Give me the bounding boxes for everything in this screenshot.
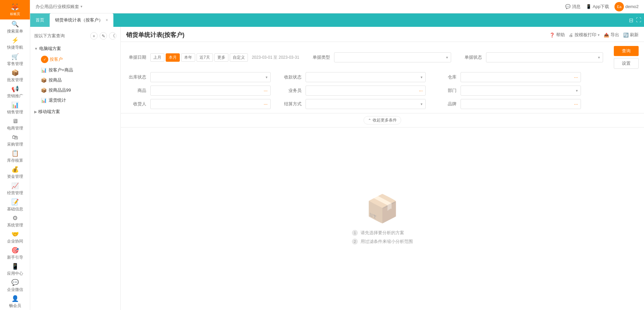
help-button[interactable]: ❓ 帮助: [549, 32, 565, 38]
tab-minimize-icon[interactable]: ⊟: [629, 17, 633, 23]
sidebar-item-newbie[interactable]: 🎯 新手引导: [0, 246, 30, 262]
settings-button[interactable]: 设置: [614, 58, 639, 69]
sidebar-item-operations[interactable]: 📈 经营管理: [0, 181, 30, 197]
receipt-status-select[interactable]: ▾: [306, 72, 426, 82]
scheme-return-stats-label: 退货统计: [49, 97, 66, 103]
logo-text: 标账页: [10, 12, 20, 16]
tab-expand-icon[interactable]: ⛶: [636, 17, 641, 23]
salesperson-label: 业务员: [281, 88, 302, 94]
scheme-by-product[interactable]: 📦 按商品: [30, 75, 120, 85]
date-btn-last-month[interactable]: 上月: [150, 53, 164, 62]
refresh-button[interactable]: 🔄 刷新: [623, 32, 639, 38]
sidebar-item-basics[interactable]: 📝 基础信息: [0, 197, 30, 213]
payment-select[interactable]: ▾: [306, 99, 426, 109]
out-status-select[interactable]: ▾: [150, 72, 271, 82]
order-status-chevron: ▾: [598, 55, 600, 60]
mobile-expand-icon: ▶: [34, 110, 37, 114]
sidebar-item-quicknav[interactable]: ⚡ 快捷导航: [0, 36, 30, 52]
export-button[interactable]: 📤 导出: [604, 32, 619, 38]
empty-state: 📦 1 请先选择要分析的方案 2 用过滤条件来缩小分析范围: [121, 127, 644, 310]
department-select[interactable]: ▾: [461, 86, 581, 96]
app-download-button[interactable]: 📱 App下载: [586, 4, 609, 10]
message-icon: 💬: [565, 4, 571, 9]
sidebar-item-purchase[interactable]: 🛍 采购管理: [0, 133, 30, 149]
brand-input[interactable]: ···: [461, 99, 581, 109]
user-profile[interactable]: Ea demo2: [614, 2, 639, 11]
out-status-label: 出库状态: [126, 74, 146, 80]
quicknav-icon: ⚡: [11, 37, 19, 44]
mobile-group-header[interactable]: ▶ 移动端方案: [30, 107, 120, 117]
order-type-select[interactable]: ▾: [334, 52, 451, 62]
sidebar-item-enterprise[interactable]: 🤝 企业协同: [0, 229, 30, 245]
tab-home-label: 首页: [36, 17, 44, 23]
collapse-panel-button[interactable]: 《: [109, 32, 116, 40]
mobile-group-label: 移动端方案: [38, 109, 60, 115]
main-area: 办公用品行业模拟账套 ▾ 💬 消息 📱 App下载 Ea demo2 首页 销货…: [30, 0, 644, 310]
receiver-dots[interactable]: ···: [264, 101, 268, 107]
logo-icon: 🦊: [11, 3, 19, 11]
top-header: 办公用品行业模拟账套 ▾ 💬 消息 📱 App下载 Ea demo2: [30, 0, 644, 13]
sidebar-item-finance[interactable]: 💰 资金管理: [0, 165, 30, 181]
department-label: 部门: [436, 88, 457, 94]
empty-tip-2: 2 用过滤条件来缩小分析范围: [352, 239, 413, 245]
order-type-label: 单据类型: [310, 54, 330, 60]
marketing-icon: 📢: [11, 85, 19, 93]
edit-scheme-button[interactable]: ✎: [100, 32, 107, 40]
scheme-return-stats[interactable]: 📊 退货统计: [30, 95, 120, 105]
panel-actions: + ✎ 《: [90, 32, 116, 40]
wechat-icon: 💬: [11, 279, 19, 286]
salesperson-input[interactable]: ···: [306, 86, 426, 96]
sidebar-item-wechat[interactable]: 💬 企业微信: [0, 278, 30, 294]
right-panel: 销货单统计表(按客户) ❓ 帮助 🖨 按模板打印 ▾ 📤 导出: [121, 27, 644, 310]
sidebar-item-system[interactable]: ⚙ 系统管理: [0, 213, 30, 229]
tab-home[interactable]: 首页: [30, 13, 50, 27]
sidebar-item-marketing[interactable]: 📢 营销推广: [0, 84, 30, 100]
order-status-select[interactable]: ▾: [486, 52, 603, 62]
query-button[interactable]: 查询: [614, 46, 639, 56]
header-title-dropdown[interactable]: 办公用品行业模拟账套 ▾: [36, 4, 83, 10]
product-label: 商品: [126, 88, 146, 94]
tab-active[interactable]: 销货单统计表（按客户） ×: [50, 13, 113, 27]
receiver-input[interactable]: ···: [150, 99, 271, 109]
receiver-label: 收货人: [126, 101, 146, 107]
sidebar-item-search[interactable]: 🔍 搜索菜单: [0, 19, 30, 36]
scheme-by-customer[interactable]: ✓ 按客户: [30, 54, 120, 65]
collapse-label: 收起更多条件: [373, 117, 397, 123]
scheme-by-customer-product[interactable]: 📊 按客户+商品: [30, 65, 120, 75]
sidebar-item-ecommerce[interactable]: 🖥 电商管理: [0, 116, 30, 133]
date-btn-custom[interactable]: 自定义: [230, 53, 248, 62]
help-label: 帮助: [556, 32, 565, 38]
brand-dots[interactable]: ···: [574, 101, 578, 107]
date-btn-more[interactable]: 更多: [214, 53, 228, 62]
print-button[interactable]: 🖨 按模板打印 ▾: [569, 32, 600, 38]
messages-label: 消息: [572, 4, 581, 10]
ecommerce-icon: 🖥: [12, 118, 18, 125]
salesperson-dots[interactable]: ···: [419, 88, 423, 93]
messages-button[interactable]: 💬 消息: [565, 4, 581, 10]
date-btn-this-month[interactable]: 本月: [166, 53, 180, 62]
collapse-more-button[interactable]: ⌃ 收起更多条件: [364, 116, 401, 124]
scheme-by-product-99[interactable]: 📦 按商品品99: [30, 85, 120, 95]
print-dropdown-icon: ▾: [598, 33, 600, 37]
operations-icon: 📈: [11, 182, 19, 190]
warehouse-dots[interactable]: ···: [574, 74, 578, 80]
sidebar-item-wholesale[interactable]: 📦 批发管理: [0, 68, 30, 84]
sidebar-logo[interactable]: 🦊 标账页: [0, 0, 30, 19]
product-input[interactable]: ···: [150, 86, 271, 96]
payment-label: 结算方式: [281, 101, 302, 107]
product-dots[interactable]: ···: [264, 88, 268, 93]
sidebar-item-sales[interactable]: 📊 销售管理: [0, 100, 30, 116]
add-scheme-button[interactable]: +: [90, 32, 98, 40]
date-btn-7days[interactable]: 近7天: [197, 53, 213, 62]
warehouse-input[interactable]: ···: [461, 72, 581, 82]
sidebar-item-appcenter[interactable]: 📱 应用中心: [0, 262, 30, 278]
desktop-group-header[interactable]: ▼ 电脑端方案: [30, 44, 120, 54]
sidebar-item-retail[interactable]: 🛒 零售管理: [0, 52, 30, 68]
sidebar-item-member[interactable]: 👤 畅会员: [0, 294, 30, 310]
tree-expand-icon: ▼: [34, 47, 38, 51]
sidebar-item-inventory[interactable]: 📋 库存核算: [0, 149, 30, 165]
date-btn-this-year[interactable]: 本年: [181, 53, 195, 62]
tab-close-icon[interactable]: ×: [106, 18, 108, 22]
tip-text-1: 请先选择要分析的方案: [361, 230, 404, 236]
filter-row-3: 商品 ··· 业务员 ··· 部门 ▾: [126, 86, 639, 96]
